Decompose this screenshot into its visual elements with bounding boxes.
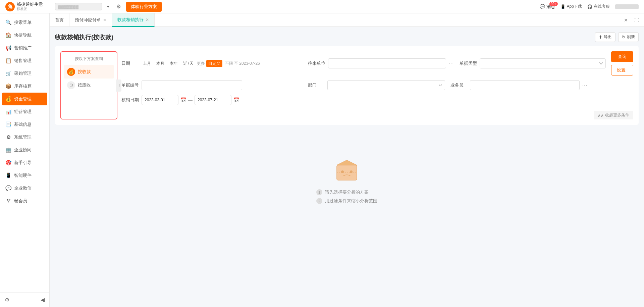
- filter-row-1: 日期 上月 本月 本年 近7天 更多 自定义 不限 至 2023-07-26: [121, 51, 633, 75]
- tab-prepay[interactable]: 预付冲应付单 ✕: [69, 13, 112, 27]
- tab-receipts[interactable]: 收款核销执行 ✕: [112, 13, 155, 27]
- messages-area[interactable]: 💬 消息 99+: [540, 4, 555, 10]
- sidebar-menu: 🔍 搜索菜单 🏠 快捷导航 📢 营销推广 📋 销售管理 🛒 采购管理 📦: [0, 13, 49, 292]
- sidebar-label-finance: 资金管理: [14, 96, 32, 102]
- company-name-display: ▓▓▓▓▓▓▓: [55, 3, 102, 10]
- empty-hints: 1 请先选择要分析的方案 2 用过滤条件来缩小分析范围: [316, 189, 377, 204]
- department-label: 部门: [308, 82, 325, 88]
- dq-this-month[interactable]: 本月: [154, 60, 166, 67]
- verify-date-end-input[interactable]: [195, 95, 231, 105]
- doc-type-label: 单据类型: [460, 60, 477, 66]
- message-icon: 💬: [540, 4, 545, 9]
- export-button[interactable]: ⬆ 导出: [595, 32, 615, 42]
- counterparty-dots-icon[interactable]: ···: [449, 61, 454, 66]
- query-option-by-receipt[interactable]: 💰 按收款: [64, 65, 114, 79]
- staff-input[interactable]: [470, 80, 580, 90]
- sidebar-item-enterprise[interactable]: 🏢 企业协同: [0, 144, 49, 156]
- sidebar-label-marketing: 营销推广: [14, 45, 32, 51]
- department-select[interactable]: [327, 80, 445, 90]
- dq-7days[interactable]: 近7天: [181, 60, 196, 67]
- online-service-area[interactable]: 🎧 在线客服: [587, 4, 610, 9]
- tab-close-all-icon[interactable]: ✕: [621, 15, 631, 25]
- tab-bar: 首页 预付冲应付单 ✕ 收款核销执行 ✕ ✕ ⛶: [50, 13, 644, 27]
- industry-solution-button[interactable]: 体验行业方案: [126, 2, 162, 12]
- tab-expand-icon[interactable]: ⛶: [632, 15, 641, 25]
- panel-collapse-button[interactable]: 《: [116, 80, 121, 92]
- sidebar-item-inventory[interactable]: 📦 库存核算: [0, 80, 49, 93]
- doc-number-input[interactable]: [142, 80, 242, 90]
- settings-gear-icon[interactable]: ⚙: [114, 2, 123, 11]
- verify-date-range: 📅 — 📅: [142, 95, 239, 105]
- settings-bottom-icon[interactable]: ⚙: [5, 297, 9, 303]
- sidebar-item-search-menu[interactable]: 🔍 搜索菜单: [0, 16, 49, 29]
- setting-button[interactable]: 设置: [611, 65, 633, 75]
- sidebar-item-system[interactable]: ⚙ 系统管理: [0, 131, 49, 144]
- refresh-label: 刷新: [627, 34, 635, 40]
- sidebar-label-guide: 新手引导: [14, 160, 32, 166]
- verify-date-label: 核销日期: [121, 97, 139, 103]
- tab-home[interactable]: 首页: [50, 13, 69, 27]
- hint-text-2: 用过滤条件来缩小分析范围: [325, 198, 377, 204]
- hint-num-2: 2: [316, 198, 322, 204]
- app-download-area[interactable]: 📱 App下载: [560, 4, 582, 9]
- verify-date-start-input[interactable]: [142, 95, 178, 105]
- svg-marker-1: [337, 160, 357, 165]
- dq-custom[interactable]: 自定义: [206, 60, 222, 67]
- query-option-by-receivable[interactable]: ⏱ 按应收: [64, 79, 114, 92]
- by-receipt-label: 按收款: [78, 69, 91, 75]
- sidebar-label-enterprise: 企业协同: [14, 147, 32, 153]
- empty-illustration: [327, 152, 367, 185]
- inventory-icon: 📦: [5, 83, 11, 89]
- page-header: 收款核销执行(按收款) ⬆ 导出 ↻ 刷新: [55, 32, 639, 42]
- sidebar-label-search-menu: 搜索菜单: [14, 19, 32, 25]
- empty-hint-1: 1 请先选择要分析的方案: [316, 189, 377, 195]
- sidebar-item-guide[interactable]: 🎯 新手引导: [0, 156, 49, 169]
- sidebar-item-sales[interactable]: 📋 销售管理: [0, 54, 49, 67]
- sidebar-label-inventory: 库存核算: [14, 83, 32, 89]
- query-panel-title: 按以下方案查询: [64, 56, 114, 62]
- sidebar-label-basic-info: 基础信息: [14, 121, 32, 127]
- counterparty-input[interactable]: [328, 58, 446, 68]
- tab-receipts-label: 收款核销执行: [117, 17, 144, 23]
- svg-rect-0: [337, 165, 357, 180]
- wechat-icon: 💬: [5, 185, 11, 191]
- dropdown-icon[interactable]: ▾: [105, 3, 111, 10]
- staff-label: 业务员: [450, 82, 467, 88]
- sidebar-label-sales: 销售管理: [14, 58, 32, 64]
- guide-icon: 🎯: [5, 160, 11, 166]
- sidebar-item-finance[interactable]: 💰 资金管理: [2, 93, 47, 105]
- logo-area: 兔 畅捷通好生意 标准版: [5, 2, 52, 12]
- dq-this-year[interactable]: 本年: [168, 60, 180, 67]
- collapse-sidebar-icon[interactable]: ◀: [41, 297, 45, 303]
- tab-prepay-close-icon[interactable]: ✕: [103, 18, 106, 22]
- date-quick-buttons: 上月 本月 本年 近7天 更多 自定义: [141, 60, 222, 67]
- dq-more[interactable]: 更多: [197, 61, 205, 66]
- svg-point-4: [350, 170, 353, 173]
- staff-dots-icon[interactable]: ···: [582, 83, 588, 88]
- sidebar-item-basic-info[interactable]: 📑 基础信息: [0, 118, 49, 131]
- collapse-more-label: 收起更多条件: [605, 112, 629, 118]
- query-panel: 按以下方案查询 💰 按收款 ⏱ 按应收 《: [60, 51, 117, 119]
- verify-date-end-calendar-icon[interactable]: 📅: [233, 97, 239, 103]
- sidebar-item-marketing[interactable]: 📢 营销推广: [0, 42, 49, 54]
- tab-receipts-close-icon[interactable]: ✕: [146, 18, 149, 22]
- logo-text-block: 畅捷通好生意 标准版: [17, 2, 43, 12]
- enterprise-icon: 🏢: [5, 147, 11, 153]
- query-button[interactable]: 查询: [611, 51, 633, 62]
- smart-hw-icon: 📱: [5, 172, 11, 178]
- sidebar-item-operations[interactable]: 📊 经营管理: [0, 105, 49, 118]
- department-group: 部门: [308, 80, 445, 90]
- sidebar-item-wechat[interactable]: 💬 企业微信: [0, 182, 49, 195]
- verify-date-start-calendar-icon[interactable]: 📅: [180, 97, 186, 103]
- sidebar-item-purchase[interactable]: 🛒 采购管理: [0, 67, 49, 80]
- collapse-more-button[interactable]: ∧∧ 收起更多条件: [594, 111, 633, 119]
- page-header-actions: ⬆ 导出 ↻ 刷新: [595, 32, 639, 42]
- sidebar-item-smart-hw[interactable]: 📱 智能硬件: [0, 169, 49, 182]
- sidebar-item-quick-nav[interactable]: 🏠 快捷导航: [0, 29, 49, 42]
- refresh-button[interactable]: ↻ 刷新: [618, 32, 639, 42]
- sidebar-item-member[interactable]: V 畅会员: [0, 195, 49, 207]
- dq-last-month[interactable]: 上月: [141, 60, 153, 67]
- doc-type-select[interactable]: [480, 58, 606, 68]
- online-service-label: 在线客服: [594, 4, 610, 9]
- svg-point-3: [341, 170, 344, 173]
